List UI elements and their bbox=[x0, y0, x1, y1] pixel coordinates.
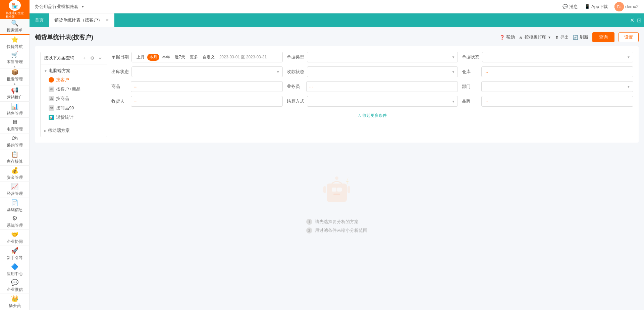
sidebar-item-label: 资金管理 bbox=[7, 175, 23, 180]
sidebar-item-app-center[interactable]: 🔷 应用中心 bbox=[0, 262, 30, 278]
sidebar-item-search[interactable]: 🔍 搜索菜单 bbox=[0, 19, 30, 35]
salesperson-input[interactable]: ··· bbox=[306, 81, 458, 92]
scheme-add-btn[interactable]: ＋ bbox=[81, 55, 88, 61]
breadcrumb: 办公用品行业模拟账套 bbox=[35, 4, 78, 10]
date-filter-input[interactable]: 上月 本月 本年 近7天 更多 自定义 2023-03-01 至 2023-03… bbox=[131, 52, 283, 62]
sidebar-item-marketing[interactable]: 📢 营销推广 bbox=[0, 86, 30, 102]
top-header: 办公用品行业模拟账套 ▼ 💬 消息 📱 App下载 Ea demo2 bbox=[30, 0, 644, 13]
sidebar-item-newbie[interactable]: 🚀 新手引导 bbox=[0, 246, 30, 262]
scheme-header-actions: ＋ ⚙ « bbox=[81, 55, 104, 61]
tab-sales-stat[interactable]: 销货单统计表（按客户） ✕ bbox=[49, 13, 114, 27]
order-status-input[interactable]: ▼ bbox=[482, 52, 633, 62]
sidebar-item-purchase[interactable]: 🛍 采购管理 bbox=[0, 134, 30, 150]
scheme-group-label: 移动端方案 bbox=[48, 127, 70, 134]
department-input[interactable]: ▼ bbox=[481, 81, 633, 92]
breadcrumb-dropdown-icon[interactable]: ▼ bbox=[81, 5, 85, 8]
date-btn-more[interactable]: 更多 bbox=[188, 54, 200, 61]
scheme-collapse-btn[interactable]: « bbox=[97, 55, 104, 61]
message-btn[interactable]: 💬 消息 bbox=[562, 4, 578, 10]
user-profile[interactable]: Ea demo2 bbox=[614, 2, 639, 11]
receiver-input[interactable]: ··· bbox=[131, 96, 283, 107]
settlement-input[interactable]: ▼ bbox=[307, 96, 458, 107]
scheme-group-expand-icon: ▼ bbox=[44, 69, 47, 73]
operations-icon: 📈 bbox=[11, 183, 18, 190]
filter-row-4: 收货人 ··· 结算方式 ▼ bbox=[111, 96, 633, 107]
tab-close-btn[interactable]: ✕ bbox=[106, 18, 109, 22]
sidebar-item-basic[interactable]: 📄 基础信息 bbox=[0, 198, 30, 214]
payment-status-input[interactable]: ▼ bbox=[307, 66, 458, 77]
print-dropdown-icon[interactable]: ▼ bbox=[548, 36, 551, 39]
filter-brand: 品牌 ··· bbox=[462, 96, 633, 107]
scheme-item-by-customer[interactable]: 按客户 bbox=[41, 75, 107, 85]
department-label: 部门 bbox=[462, 84, 479, 90]
collapse-label: ∧ 收起更多条件 bbox=[358, 113, 386, 118]
settings-button[interactable]: 设置 bbox=[619, 32, 639, 42]
sidebar-item-ecommerce[interactable]: 🖥 电商管理 bbox=[0, 118, 30, 134]
sidebar-item-label: 库存核算 bbox=[7, 159, 23, 164]
user-name: demo2 bbox=[625, 4, 639, 9]
print-btn[interactable]: 🖨 按模板打印 ▼ bbox=[519, 34, 551, 40]
sidebar-item-enterprise[interactable]: 🤝 企业协同 bbox=[0, 230, 30, 246]
query-button[interactable]: 查询 bbox=[592, 32, 614, 42]
tab-bar: 首页 销货单统计表（按客户） ✕ ✕ ⊡ bbox=[30, 13, 644, 27]
newbie-icon: 🚀 bbox=[11, 247, 18, 254]
payment-status-label: 收款状态 bbox=[287, 69, 304, 75]
filter-order-status: 单据状态 ▼ bbox=[462, 52, 633, 62]
app-download-btn[interactable]: 📱 App下载 bbox=[585, 4, 608, 10]
sidebar-item-enterprise-wechat[interactable]: 💬 企业微信 bbox=[0, 278, 30, 294]
date-btn-custom[interactable]: 自定义 bbox=[201, 54, 217, 61]
receiver-label: 收货人 bbox=[111, 98, 128, 104]
product-input[interactable]: ··· bbox=[131, 81, 283, 92]
scheme-item-label: 按客户 bbox=[56, 77, 69, 83]
brand-label: 品牌 bbox=[462, 98, 479, 104]
order-type-input[interactable]: ▼ bbox=[307, 52, 458, 62]
help-btn[interactable]: ❓ 帮助 bbox=[499, 34, 515, 40]
collapse-bar[interactable]: ∧ 收起更多条件 bbox=[111, 111, 633, 120]
hint-num-1: 1 bbox=[306, 219, 312, 225]
sidebar-item-label: 营销推广 bbox=[7, 95, 23, 100]
scheme-panel: 按以下方案查询 ＋ ⚙ « ▼ 电脑端方案 bbox=[40, 52, 107, 137]
date-btn-this-month[interactable]: 本月 bbox=[147, 54, 159, 61]
svg-point-6 bbox=[335, 176, 338, 180]
export-btn[interactable]: ⬆ 导出 bbox=[555, 34, 569, 40]
logo[interactable]: 🏪 畅捷通好生意 标准版 bbox=[0, 0, 30, 19]
tab-sales-stat-label: 销货单统计表（按客户） bbox=[54, 17, 102, 23]
sidebar-item-operations[interactable]: 📈 经营管理 bbox=[0, 182, 30, 198]
sidebar-item-quick-nav[interactable]: ⭐ 快捷导航 bbox=[0, 35, 30, 51]
date-btn-this-year[interactable]: 本年 bbox=[160, 54, 172, 61]
scheme-item-by-product-99[interactable]: ab 按商品99 bbox=[41, 103, 107, 113]
salesperson-label: 业务员 bbox=[287, 84, 304, 90]
scheme-item-by-product[interactable]: ab 按商品 bbox=[41, 94, 107, 103]
tab-home[interactable]: 首页 bbox=[30, 13, 49, 27]
refresh-btn[interactable]: 🔄 刷新 bbox=[573, 34, 588, 40]
date-btn-last-month[interactable]: 上月 bbox=[135, 54, 147, 61]
scheme-group-mobile-header[interactable]: ▶ 移动端方案 bbox=[41, 126, 107, 135]
help-icon: ❓ bbox=[499, 35, 505, 40]
tab-restore-action[interactable]: ⊡ bbox=[637, 17, 641, 23]
sidebar-item-system[interactable]: ⚙ 系统管理 bbox=[0, 214, 30, 230]
payment-status-dropdown-icon: ▼ bbox=[451, 70, 455, 74]
tab-bar-end: ✕ ⊡ bbox=[114, 17, 644, 23]
header-left: 办公用品行业模拟账套 ▼ bbox=[35, 4, 85, 10]
hint-text-2: 用过滤条件来缩小分析范围 bbox=[315, 227, 367, 234]
sidebar-item-wholesale[interactable]: 📦 批发管理 ▲ bbox=[0, 68, 30, 86]
scheme-item-by-customer-product[interactable]: ab 按客户+商品 bbox=[41, 85, 107, 94]
out-status-label: 出库状态 bbox=[111, 69, 129, 75]
scheme-title: 按以下方案查询 bbox=[44, 55, 74, 61]
sidebar-item-label: 搜索菜单 bbox=[7, 28, 23, 33]
sidebar-item-inventory[interactable]: 📋 库存核算 bbox=[0, 150, 30, 166]
scheme-item-return-stat[interactable]: 📊 退货统计 bbox=[41, 113, 107, 122]
out-status-input[interactable]: ▼ bbox=[131, 66, 283, 77]
sidebar-item-finance[interactable]: 💰 资金管理 bbox=[0, 166, 30, 182]
brand-input[interactable]: ··· bbox=[481, 96, 633, 107]
scheme-settings-btn[interactable]: ⚙ bbox=[89, 55, 96, 61]
sidebar-item-member[interactable]: 👑 畅会员 bbox=[0, 294, 30, 310]
sidebar-item-retail[interactable]: 🛒 零售管理 ▲ bbox=[0, 51, 30, 68]
scheme-group-desktop-header[interactable]: ▼ 电脑端方案 bbox=[41, 66, 107, 75]
tab-close-action[interactable]: ✕ bbox=[630, 17, 634, 23]
date-btn-7days[interactable]: 近7天 bbox=[173, 54, 187, 61]
scheme-item-icon: 📊 bbox=[49, 115, 54, 120]
sidebar-item-sales[interactable]: 📊 销售管理 bbox=[0, 102, 30, 118]
warehouse-input[interactable]: ··· bbox=[481, 66, 633, 77]
sidebar-item-label: 畅会员 bbox=[9, 303, 21, 309]
